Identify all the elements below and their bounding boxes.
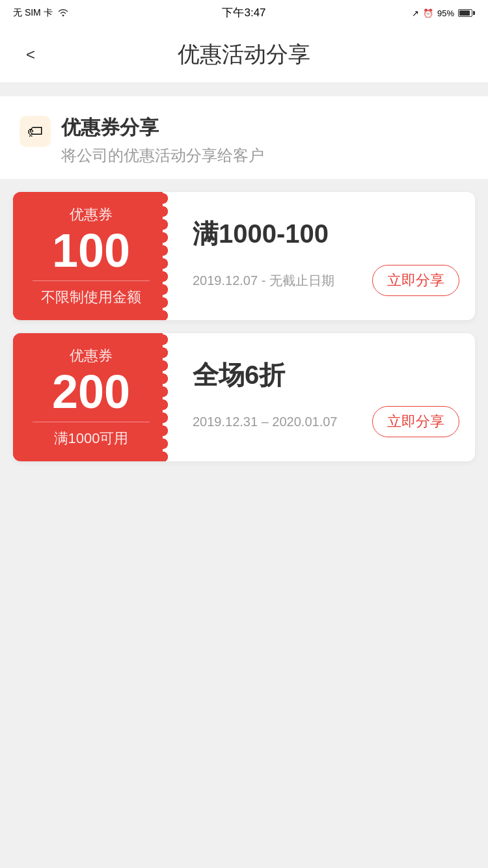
coupon-condition-1: 不限制使用金额 xyxy=(41,288,141,307)
back-button[interactable]: < xyxy=(20,39,42,70)
share-button-1[interactable]: 立即分享 xyxy=(372,265,459,296)
coupon-date-1: 2019.12.07 - 无截止日期 xyxy=(193,272,334,290)
section-text: 优惠券分享 将公司的优惠活动分享给客户 xyxy=(61,115,264,166)
nav-bar: < 优惠活动分享 xyxy=(0,26,488,83)
coupon-amount-1: 100 xyxy=(52,227,130,274)
battery-percent: 95% xyxy=(437,8,454,18)
section-icon: 🏷 xyxy=(20,116,51,147)
status-right: ↗ ⏰ 95% xyxy=(412,8,475,18)
section-title: 优惠券分享 xyxy=(61,115,264,141)
coupon-condition-2: 满1000可用 xyxy=(54,429,129,448)
coupon-title-1: 满1000-100 xyxy=(193,216,459,252)
coupon-card: 优惠券 100 不限制使用金额 满1000-100 2019.12.07 - 无… xyxy=(13,192,475,320)
coupon-amount-2: 200 xyxy=(52,368,130,415)
section-description: 将公司的优惠活动分享给客户 xyxy=(61,145,264,166)
battery-icon xyxy=(458,9,475,17)
coupon-title-2: 全场6折 xyxy=(193,357,459,393)
coupon-right-2: 全场6折 2019.12.31 – 2020.01.07 立即分享 xyxy=(169,333,475,461)
coupon-divider-2 xyxy=(33,422,150,422)
coupon-label-1: 优惠券 xyxy=(70,205,113,224)
coupon-bottom-1: 2019.12.07 - 无截止日期 立即分享 xyxy=(193,265,459,296)
status-left: 无 SIM 卡 xyxy=(13,7,68,19)
page-title: 优惠活动分享 xyxy=(178,40,310,70)
coupon-left-1: 优惠券 100 不限制使用金额 xyxy=(13,192,169,320)
coupon-date-2: 2019.12.31 – 2020.01.07 xyxy=(193,414,337,429)
wifi-icon xyxy=(58,8,68,18)
coupon-left-2: 优惠券 200 满1000可用 xyxy=(13,333,169,461)
section-header: 🏷 优惠券分享 将公司的优惠活动分享给客户 xyxy=(0,96,488,179)
coupon-divider-1 xyxy=(33,280,150,281)
location-icon: ↗ xyxy=(412,8,419,18)
coupon-label-2: 优惠券 xyxy=(70,346,113,366)
status-time: 下午3:47 xyxy=(222,5,265,20)
coupons-list: 优惠券 100 不限制使用金额 满1000-100 2019.12.07 - 无… xyxy=(0,179,488,474)
coupon-bottom-2: 2019.12.31 – 2020.01.07 立即分享 xyxy=(193,406,459,437)
alarm-icon: ⏰ xyxy=(423,8,433,18)
coupon-right-1: 满1000-100 2019.12.07 - 无截止日期 立即分享 xyxy=(169,192,475,320)
share-button-2[interactable]: 立即分享 xyxy=(372,406,459,437)
status-bar: 无 SIM 卡 下午3:47 ↗ ⏰ 95% xyxy=(0,0,488,26)
carrier-text: 无 SIM 卡 xyxy=(13,7,53,19)
coupon-card-2: 优惠券 200 满1000可用 全场6折 2019.12.31 – 2020.0… xyxy=(13,333,475,461)
